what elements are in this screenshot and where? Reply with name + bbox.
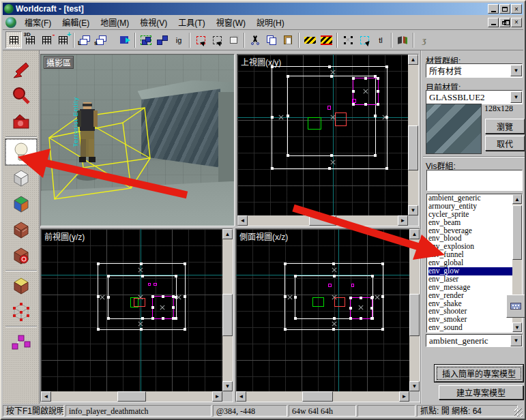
entity-list-item[interactable]: env_laser <box>428 275 522 284</box>
vertex-handle[interactable] <box>107 275 110 278</box>
vertex-handle[interactable] <box>352 77 355 80</box>
brush-outline[interactable] <box>335 112 347 126</box>
menu-tools[interactable]: 工具(T) <box>173 14 210 30</box>
ungroup-button[interactable] <box>154 31 171 48</box>
vertex-handle[interactable] <box>151 295 154 298</box>
brush-outline[interactable] <box>327 106 331 110</box>
scroll-left-icon[interactable]: ◄ <box>237 215 248 226</box>
cut-button[interactable] <box>247 31 263 48</box>
scroll-thumb[interactable] <box>512 205 522 260</box>
vertex-handle[interactable] <box>184 295 186 298</box>
brush-outline[interactable] <box>134 298 145 308</box>
vertex-handle[interactable] <box>287 75 289 78</box>
brush-outline[interactable] <box>328 284 332 287</box>
vertex-handle[interactable] <box>107 317 110 320</box>
top-viewport[interactable]: 上視圖(x/y) ▲ ▼ ◄ ► <box>237 54 419 226</box>
vertex-handle[interactable] <box>97 328 100 331</box>
chevron-down-icon[interactable]: ▼ <box>510 335 522 346</box>
mdi-close-button[interactable]: × <box>511 18 522 27</box>
vertex-handle[interactable] <box>284 328 287 331</box>
vertex-handle[interactable] <box>364 77 367 80</box>
scroll-down-icon[interactable]: ▼ <box>512 322 522 332</box>
vertex-handle[interactable] <box>370 297 373 299</box>
vertex-handle[interactable] <box>332 328 335 331</box>
front-viewport-canvas[interactable] <box>41 229 222 391</box>
block-tool-button[interactable] <box>5 165 37 191</box>
chevron-down-icon[interactable]: ▼ <box>510 91 522 103</box>
scroll-thumb[interactable] <box>309 215 336 226</box>
entity-list-item[interactable]: cycler_sprite <box>428 211 522 219</box>
front-horizontal-scrollbar[interactable]: ◄ ► <box>41 391 222 402</box>
scroll-thumb[interactable] <box>222 294 233 336</box>
scroll-thumb[interactable] <box>409 294 420 336</box>
vertex-handle[interactable] <box>287 115 289 117</box>
cascade-large-button[interactable]: L <box>76 31 93 48</box>
scroll-left-icon[interactable]: ◄ <box>236 391 246 402</box>
vertex-handle[interactable] <box>97 262 100 265</box>
grid-toggle-button[interactable] <box>5 31 22 48</box>
toggle-textures-tool-button[interactable] <box>5 191 37 217</box>
keyboard-toolbar[interactable] <box>506 295 525 318</box>
select-enclosed-button[interactable] <box>209 31 225 48</box>
chevron-down-icon[interactable]: ▼ <box>510 65 522 76</box>
camera-viewport[interactable]: Terrorist Entity 攝影區 <box>40 54 235 226</box>
entity-origin-marker[interactable] <box>331 321 337 327</box>
brush-outline[interactable] <box>308 117 321 130</box>
vertex-handle[interactable] <box>352 103 355 106</box>
entity-origin-marker[interactable] <box>331 267 337 273</box>
top-vertical-scrollbar[interactable]: ▲ ▼ <box>408 55 418 215</box>
vertex-handle[interactable] <box>107 296 110 299</box>
entity-origin-marker[interactable] <box>374 294 380 300</box>
scroll-down-icon[interactable]: ▼ <box>222 381 233 391</box>
entity-list-item[interactable]: env_beam <box>428 219 522 227</box>
select-touching-button[interactable] <box>192 31 209 48</box>
selection-handles-button[interactable]: × <box>340 31 356 48</box>
entity-class-combo[interactable]: ambient_generic ▼ <box>426 334 523 347</box>
entity-origin-marker[interactable] <box>287 294 293 300</box>
menu-view[interactable]: 檢視(V) <box>134 14 173 30</box>
vertex-handle[interactable] <box>151 306 154 309</box>
vertex-handle[interactable] <box>360 297 362 299</box>
ignore-groups-button[interactable]: ig <box>171 31 187 48</box>
vertex-handle[interactable] <box>294 275 297 278</box>
vertex-handle[interactable] <box>172 306 175 309</box>
vertex-handle[interactable] <box>352 90 355 93</box>
vertex-handle[interactable] <box>330 154 333 157</box>
document-icon[interactable] <box>5 17 16 28</box>
scroll-up-icon[interactable]: ▲ <box>222 229 233 239</box>
vertex-handle[interactable] <box>284 262 287 265</box>
minimize-button[interactable] <box>488 4 499 14</box>
mdi-minimize-button[interactable] <box>488 18 499 27</box>
vertex-handle[interactable] <box>377 103 379 106</box>
vertex-handle[interactable] <box>294 296 297 299</box>
entity-origin-marker[interactable] <box>362 89 368 95</box>
entity-origin-marker[interactable] <box>382 114 388 120</box>
vertex-handle[interactable] <box>184 328 186 331</box>
path-tool-button[interactable] <box>5 329 37 355</box>
vertex-handle[interactable] <box>333 317 336 320</box>
vertex-handle[interactable] <box>294 317 297 320</box>
vertex-handle[interactable] <box>370 307 373 310</box>
selection-tool-button[interactable] <box>5 57 37 83</box>
texture-group-combo[interactable]: 所有材質 ▼ <box>426 63 523 78</box>
resize-grip[interactable] <box>514 408 523 417</box>
vertex-handle[interactable] <box>381 328 384 331</box>
scroll-right-icon[interactable]: ► <box>399 391 409 402</box>
camera-tool-button[interactable] <box>5 109 37 135</box>
vertex-handle[interactable] <box>385 167 388 170</box>
vertex-handle[interactable] <box>381 262 384 265</box>
entity-origin-marker[interactable] <box>138 321 144 327</box>
vertex-handle[interactable] <box>172 295 175 298</box>
entity-tool-button[interactable] <box>5 139 37 165</box>
scroll-down-icon[interactable]: ▼ <box>408 205 418 215</box>
top-horizontal-scrollbar[interactable]: ◄ ► <box>237 215 408 226</box>
scroll-up-icon[interactable]: ▲ <box>408 55 418 65</box>
scroll-right-icon[interactable]: ► <box>212 391 222 402</box>
vertex-handle[interactable] <box>364 103 367 106</box>
vertex-handle[interactable] <box>184 262 186 265</box>
vertex-handle[interactable] <box>151 317 154 320</box>
vertex-handle[interactable] <box>349 317 352 320</box>
vertex-handle[interactable] <box>140 262 143 265</box>
vertex-handle[interactable] <box>377 90 379 93</box>
vertex-handle[interactable] <box>287 154 289 157</box>
